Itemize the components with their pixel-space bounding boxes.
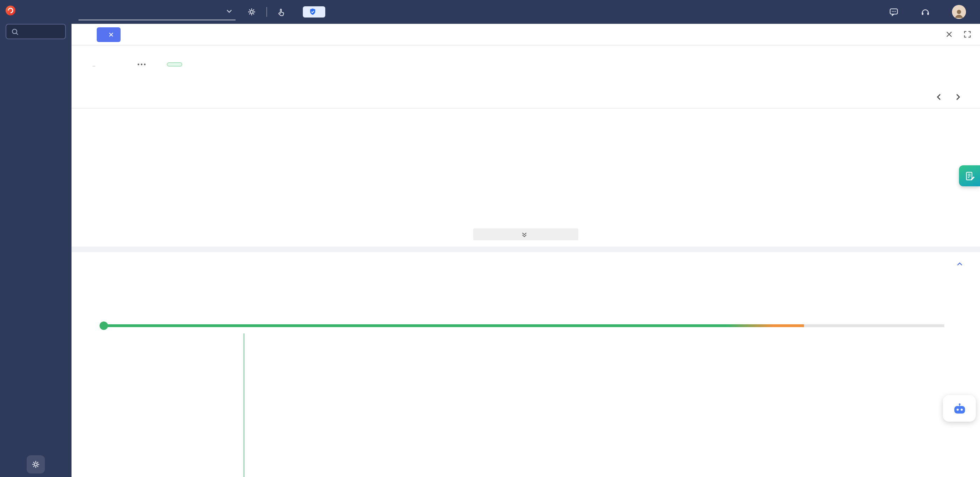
message-bubble-icon [889, 7, 899, 17]
hand-pointer-icon [277, 7, 286, 16]
user-menu[interactable] [952, 5, 970, 19]
stage-documents [72, 252, 980, 477]
more-actions-icon[interactable] [136, 59, 147, 70]
tabstrip-tools [945, 30, 972, 38]
chevron-down-icon [226, 7, 233, 14]
board-tabnav [72, 86, 980, 109]
stage-branch-line [243, 333, 244, 477]
support-button[interactable] [920, 7, 934, 17]
timeline-start-dot [100, 322, 108, 330]
brand-logo-icon [5, 5, 16, 16]
project-progress-block [72, 252, 980, 477]
app-window [0, 0, 980, 477]
project-header-block [72, 45, 980, 247]
expand-more-button[interactable] [473, 228, 578, 240]
workspace-gear-icon[interactable] [247, 7, 256, 17]
tab-close-icon[interactable] [108, 31, 114, 38]
topbar-right [889, 5, 970, 19]
robot-icon [951, 403, 967, 414]
tab-scroll-arrows [935, 86, 962, 109]
chevrons-down-icon [520, 231, 528, 238]
divider [266, 7, 267, 17]
page-tabstrip [72, 24, 980, 45]
avatar [952, 5, 966, 19]
timeline-segment-done [104, 324, 664, 327]
scroll-right-icon[interactable] [954, 93, 962, 101]
sidebar [0, 0, 72, 477]
topbar [72, 0, 980, 24]
timeline-segment-active [664, 324, 804, 327]
org-selector[interactable] [78, 3, 235, 20]
board-export-float-button[interactable] [959, 165, 980, 186]
headset-icon [920, 7, 930, 17]
brand [0, 0, 72, 16]
page-title [92, 62, 95, 67]
project-header-row [92, 53, 959, 76]
demo-link[interactable] [277, 7, 290, 16]
certified-badge [303, 6, 325, 17]
main-area [72, 24, 980, 477]
status-badge [167, 62, 182, 67]
document-edit-icon [964, 171, 975, 181]
fullscreen-icon[interactable] [963, 30, 972, 38]
tab-project-board[interactable] [97, 27, 121, 42]
messages-button[interactable] [889, 7, 902, 17]
search-icon [11, 28, 19, 35]
scroll-left-icon[interactable] [935, 93, 943, 101]
shield-check-icon [309, 8, 317, 16]
sidebar-settings-gear-icon[interactable] [27, 455, 45, 474]
sidebar-search[interactable] [6, 24, 66, 39]
close-icon[interactable] [945, 30, 953, 38]
ai-assistant-button[interactable] [943, 395, 976, 422]
progress-timeline [72, 252, 980, 477]
timeline-segment-future [804, 324, 944, 327]
brand-subtitle [0, 16, 72, 17]
